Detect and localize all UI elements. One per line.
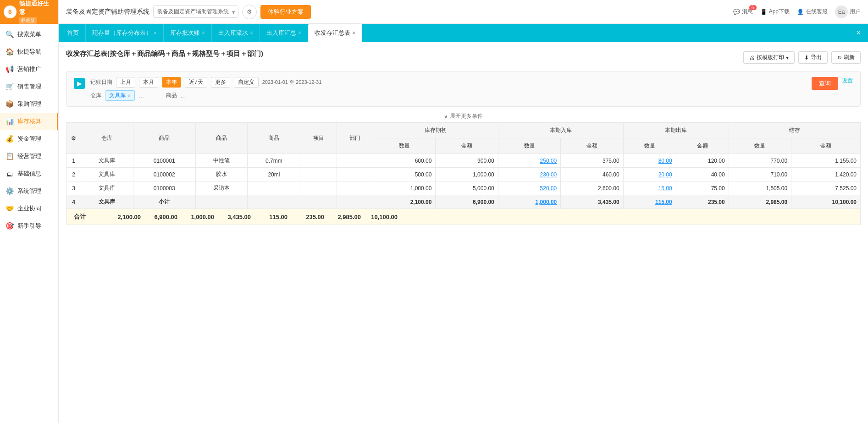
warehouse-tag[interactable]: 文具库 × bbox=[105, 90, 135, 101]
total-balance-qty: 2,985.00 bbox=[324, 214, 361, 220]
tab-2[interactable]: 库存批次账× bbox=[164, 24, 212, 42]
th-out-group: 本期出库 bbox=[623, 123, 729, 138]
sidebar-label-finance: 资金管理 bbox=[17, 135, 41, 143]
user-action[interactable]: Ea 用户 bbox=[835, 5, 861, 18]
sidebar-label-purchase: 采购管理 bbox=[17, 100, 41, 108]
tab-close-1[interactable]: × bbox=[154, 30, 157, 36]
sidebar-icon-inventory: 📊 bbox=[6, 117, 14, 126]
th-opening-qty: 数量 bbox=[373, 138, 435, 154]
sidebar-label-guide: 新手引导 bbox=[17, 222, 41, 230]
sidebar-item-sales[interactable]: 🛒销售管理 bbox=[0, 78, 58, 95]
app-download-action[interactable]: 📱 App下载 bbox=[760, 8, 790, 16]
total-out-qty: 115.00 bbox=[251, 214, 287, 220]
chevron-down-icon: ∨ bbox=[444, 113, 448, 120]
date-btn-custom[interactable]: 自定义 bbox=[234, 77, 259, 88]
sidebar-icon-purchase: 📦 bbox=[6, 100, 14, 108]
th-in-qty: 数量 bbox=[498, 138, 560, 154]
filter-action-btns: 查询 设置 bbox=[812, 77, 853, 90]
warehouse-tag-close[interactable]: × bbox=[127, 93, 131, 99]
header-right: 💬 消息 6 📱 App下载 👤 在线客服 Ea 用户 bbox=[733, 5, 861, 18]
system-title-dropdown[interactable]: 装备及固定资产辅助管理系统 ▾ bbox=[153, 5, 238, 18]
warehouse-ellipsis[interactable]: ... bbox=[138, 92, 144, 99]
total-opening-qty: 2,100.00 bbox=[104, 214, 141, 220]
tab-label-1: 现存量（库存分布表） bbox=[92, 29, 152, 37]
sidebar-item-search[interactable]: 🔍搜索菜单 bbox=[0, 26, 58, 43]
subtotal-balance-amt: 10,100.00 bbox=[791, 195, 861, 209]
query-button[interactable]: 查询 bbox=[812, 77, 838, 90]
subtotal-in-qty[interactable]: 1,000.00 bbox=[498, 195, 560, 209]
settings-icon-btn[interactable]: ⚙ bbox=[242, 5, 257, 19]
subtotal-opening-qty: 2,100.00 bbox=[373, 195, 435, 209]
date-btn-7days[interactable]: 近7天 bbox=[185, 77, 207, 88]
subtotal-out-qty[interactable]: 115.00 bbox=[623, 195, 676, 209]
sidebar-item-basic[interactable]: 🗂基础信息 bbox=[0, 165, 58, 182]
mobile-icon: 📱 bbox=[760, 9, 767, 15]
date-btn-more[interactable]: 更多 bbox=[211, 77, 230, 88]
page-container: 收发存汇总表(按仓库＋商品编码＋商品＋规格型号＋项目＋部门) 🖨 按模版打印 ▾… bbox=[59, 42, 868, 423]
message-action[interactable]: 💬 消息 6 bbox=[733, 8, 753, 16]
sidebar-item-marketing[interactable]: 📢营销推广 bbox=[0, 60, 58, 78]
subtotal-no: 4 bbox=[66, 195, 81, 209]
sidebar-label-sales: 销售管理 bbox=[17, 82, 41, 91]
th-out-qty: 数量 bbox=[623, 138, 676, 154]
total-in-amt: 3,435.00 bbox=[214, 214, 251, 220]
message-icon: 💬 bbox=[733, 9, 740, 15]
print-button[interactable]: 🖨 按模版打印 ▾ bbox=[743, 51, 795, 64]
sidebar-item-quick-nav[interactable]: 🏠快捷导航 bbox=[0, 43, 58, 60]
th-balance-amt: 金额 bbox=[791, 138, 861, 154]
online-service-action[interactable]: 👤 在线客服 bbox=[797, 8, 828, 16]
total-balance-amt: 10,100.00 bbox=[361, 214, 398, 220]
export-button[interactable]: ⬇ 导出 bbox=[798, 51, 828, 64]
tab-close-4[interactable]: × bbox=[298, 30, 301, 36]
filter-settings-link[interactable]: 设置 bbox=[842, 77, 853, 85]
message-badge: 6 bbox=[749, 5, 757, 10]
export-icon: ⬇ bbox=[804, 55, 809, 61]
sidebar-label-operations: 经营管理 bbox=[17, 152, 41, 160]
sidebar-item-system[interactable]: ⚙️系统管理 bbox=[0, 182, 58, 200]
tab-close-3[interactable]: × bbox=[250, 30, 253, 36]
sidebar-label-basic: 基础信息 bbox=[17, 170, 41, 178]
th-settings[interactable]: ⚙ bbox=[66, 123, 81, 154]
sidebar-item-inventory[interactable]: 📊库存核算 bbox=[0, 113, 58, 130]
sidebar-label-inventory: 库存核算 bbox=[17, 117, 41, 126]
date-btn-last-month[interactable]: 上月 bbox=[116, 77, 135, 88]
subtotal-opening-amt: 6,900.00 bbox=[436, 195, 498, 209]
date-btn-this-year[interactable]: 本年 bbox=[162, 77, 181, 88]
sidebar-item-operations[interactable]: 📋经营管理 bbox=[0, 148, 58, 165]
th-project: 项目 bbox=[300, 123, 337, 154]
tab-1[interactable]: 现存量（库存分布表）× bbox=[86, 24, 164, 42]
refresh-button[interactable]: ↻ 刷新 bbox=[831, 51, 861, 64]
sidebar-item-finance[interactable]: 💰资金管理 bbox=[0, 130, 58, 148]
page-title: 收发存汇总表(按仓库＋商品编码＋商品＋规格型号＋项目＋部门) bbox=[66, 49, 263, 58]
table-row: 1 文具库 0100001 中性笔 0.7mm 600.00 900.00 25… bbox=[66, 154, 861, 168]
sidebar-item-enterprise[interactable]: 🤝企业协同 bbox=[0, 200, 58, 217]
total-in-qty: 1,000.00 bbox=[177, 214, 214, 220]
tab-bar-close[interactable]: × bbox=[851, 29, 866, 37]
tab-close-5[interactable]: × bbox=[352, 30, 355, 36]
sidebar-item-purchase[interactable]: 📦采购管理 bbox=[0, 95, 58, 113]
tab-4[interactable]: 出入库汇总× bbox=[260, 24, 308, 42]
expand-conditions-btn[interactable]: ∨ 展开更多条件 bbox=[444, 112, 483, 120]
tab-3[interactable]: 出入库流水× bbox=[212, 24, 260, 42]
tab-close-2[interactable]: × bbox=[202, 30, 205, 36]
subtotal-balance-qty: 2,985.00 bbox=[729, 195, 791, 209]
goods-ellipsis[interactable]: ... bbox=[181, 92, 186, 99]
filter-bar: ▶ 记账日期 上月 本月 本年 近7天 更多 自定义 2023-01-01 至 … bbox=[66, 71, 861, 107]
subtotal-out-amt: 235.00 bbox=[676, 195, 729, 209]
sidebar-label-system: 系统管理 bbox=[17, 187, 41, 195]
th-opening-group: 库存期初 bbox=[373, 123, 498, 138]
tab-bar: 首页现存量（库存分布表）×库存批次账×出入库流水×出入库汇总×收发存汇总表×× bbox=[59, 24, 868, 42]
th-balance-group: 结存 bbox=[729, 123, 860, 138]
th-dept: 部门 bbox=[337, 123, 373, 154]
th-goods-code: 商品 bbox=[133, 123, 195, 154]
tab-5[interactable]: 收发存汇总表× bbox=[308, 24, 362, 42]
sidebar-label-marketing: 营销推广 bbox=[17, 65, 41, 73]
tab-label-5: 收发存汇总表 bbox=[315, 29, 350, 37]
date-btn-this-month[interactable]: 本月 bbox=[139, 77, 158, 88]
tab-0[interactable]: 首页 bbox=[61, 24, 86, 42]
sidebar-item-guide[interactable]: 🎯新手引导 bbox=[0, 217, 58, 235]
trial-button[interactable]: 体验行业方案 bbox=[260, 5, 311, 19]
filter-toggle-button[interactable]: ▶ bbox=[74, 78, 85, 89]
data-table: ⚙ 仓库 商品 商品 商品 项目 部门 库存期初 本期入库 本期出库 结存 数量 bbox=[66, 122, 861, 209]
tab-label-0: 首页 bbox=[67, 29, 79, 37]
